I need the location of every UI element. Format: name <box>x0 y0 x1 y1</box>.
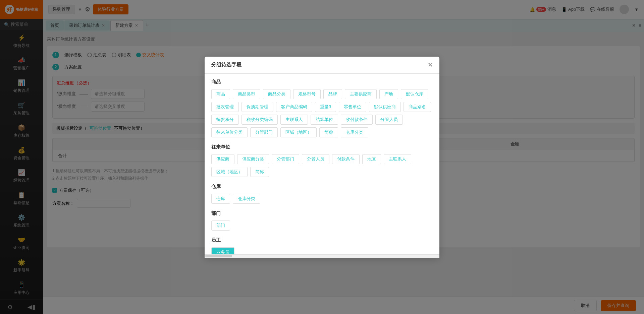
field-tag-region[interactable]: 区域（地区） <box>280 127 317 137</box>
field-tag-abbr[interactable]: 简称 <box>319 127 338 137</box>
field-tags-employee: 业务员 <box>211 247 433 254</box>
field-tag-payment-terms[interactable]: 收付款条件 <box>341 115 373 125</box>
field-tags-partner: 供应商供应商分类分管部门分管人员付款条件地区主联系人区域（地区）简称 <box>211 154 433 177</box>
modal-header: 分组待选字段 ✕ <box>205 57 439 74</box>
field-selector-modal: 分组待选字段 ✕ 商品商品商品类型商品分类规格型号品牌主要供应商产地默认仓库批次… <box>205 57 439 258</box>
field-tag-dept-main[interactable]: 部门 <box>211 221 230 231</box>
field-tag-wh-category[interactable]: 仓库分类 <box>233 194 260 204</box>
field-tag-customer-code[interactable]: 客户商品编码 <box>276 102 312 112</box>
field-tag-manager[interactable]: 分管人员 <box>375 115 403 125</box>
field-tag-manage-person[interactable]: 分管人员 <box>302 154 329 164</box>
field-tag-main-contact[interactable]: 主联系人 <box>280 115 308 125</box>
field-tag-warehouse-category[interactable]: 仓库分类 <box>341 127 368 137</box>
field-section-warehouse: 仓库仓库仓库分类 <box>211 184 433 204</box>
field-tag-dept[interactable]: 分管部门 <box>272 154 299 164</box>
field-tag-area[interactable]: 地区 <box>362 154 381 164</box>
modal-overlay: 分组待选字段 ✕ 商品商品商品类型商品分类规格型号品牌主要供应商产地默认仓库批次… <box>0 0 644 314</box>
field-section-department: 部门部门 <box>211 210 433 231</box>
field-tags-department: 部门 <box>211 221 433 231</box>
field-section-title-warehouse: 仓库 <box>211 184 433 190</box>
field-tag-pickup-points[interactable]: 拣货积分 <box>211 115 239 125</box>
field-tag-spec-type[interactable]: 规格型号 <box>293 89 321 99</box>
modal-body: 商品商品商品类型商品分类规格型号品牌主要供应商产地默认仓库批次管理保质期管理客户… <box>205 74 439 254</box>
modal-title: 分组待选字段 <box>211 62 241 68</box>
modal-hscroll-thumb <box>205 255 232 257</box>
field-tag-goods-category[interactable]: 商品分类 <box>263 89 290 99</box>
modal-hscrollbar[interactable] <box>205 254 439 258</box>
modal-close-button[interactable]: ✕ <box>428 61 433 69</box>
field-tag-brand[interactable]: 品牌 <box>323 89 342 99</box>
field-section-employee: 员工业务员 <box>211 237 433 254</box>
field-tag-payment-condition[interactable]: 付款条件 <box>332 154 360 164</box>
field-section-title-partner: 往来单位 <box>211 144 433 150</box>
field-tag-main-supplier[interactable]: 主要供应商 <box>345 89 377 99</box>
field-tags-goods: 商品商品类型商品分类规格型号品牌主要供应商产地默认仓库批次管理保质期管理客户商品… <box>211 89 433 137</box>
field-tag-settlement-unit[interactable]: 结算单位 <box>311 115 338 125</box>
field-tag-retail-unit[interactable]: 零售单位 <box>339 102 366 112</box>
field-tags-warehouse: 仓库仓库分类 <box>211 194 433 204</box>
field-tag-salesperson[interactable]: 业务员 <box>211 247 234 254</box>
field-tag-goods[interactable]: 商品 <box>211 89 230 99</box>
field-tag-origin[interactable]: 产地 <box>379 89 398 99</box>
field-tag-wh[interactable]: 仓库 <box>211 194 230 204</box>
field-tag-default-supplier[interactable]: 默认供应商 <box>369 102 401 112</box>
field-tag-manage-dept[interactable]: 分管部门 <box>250 127 278 137</box>
field-tag-supplier[interactable]: 供应商 <box>211 154 234 164</box>
field-tag-supplier-category[interactable]: 供应商分类 <box>237 154 269 164</box>
field-tag-expiry-manage[interactable]: 保质期管理 <box>241 102 273 112</box>
field-tag-tax-code[interactable]: 税收分类编码 <box>241 115 278 125</box>
field-tag-goods-type[interactable]: 商品类型 <box>233 89 260 99</box>
field-section-title-employee: 员工 <box>211 237 433 243</box>
field-tag-batch-manage[interactable]: 批次管理 <box>211 102 239 112</box>
field-section-title-goods: 商品 <box>211 79 433 85</box>
field-tag-from-unit-category[interactable]: 往来单位分类 <box>211 127 248 137</box>
field-tag-goods-alias[interactable]: 商品别名 <box>404 102 431 112</box>
field-tag-partner-abbr[interactable]: 简称 <box>250 167 269 177</box>
field-section-goods: 商品商品商品类型商品分类规格型号品牌主要供应商产地默认仓库批次管理保质期管理客户… <box>211 79 433 137</box>
field-tag-default-warehouse[interactable]: 默认仓库 <box>401 89 428 99</box>
field-tag-partner-region[interactable]: 区域（地区） <box>211 167 248 177</box>
field-section-partner: 往来单位供应商供应商分类分管部门分管人员付款条件地区主联系人区域（地区）简称 <box>211 144 433 177</box>
field-tag-weight3[interactable]: 重量3 <box>315 102 336 112</box>
field-section-title-department: 部门 <box>211 210 433 216</box>
field-tag-partner-contact[interactable]: 主联系人 <box>384 154 411 164</box>
